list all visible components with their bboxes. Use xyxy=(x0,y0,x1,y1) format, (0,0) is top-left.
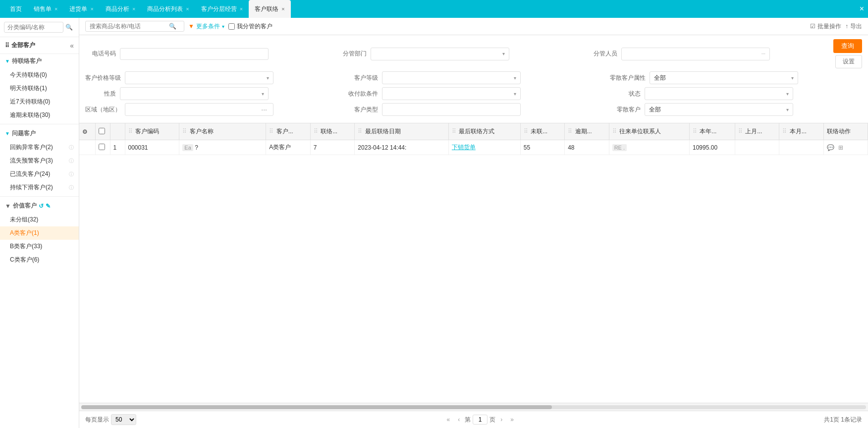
nav-tab-product-analysis-list[interactable]: 商品分析列表 × xyxy=(141,0,195,18)
dept-dropdown-icon: ▾ xyxy=(502,51,505,56)
sidebar-item-tomorrow[interactable]: 明天待联络(1) xyxy=(0,82,79,95)
sidebar-search-input[interactable] xyxy=(4,22,63,33)
sidebar-group-problem[interactable]: ▼ 问题客户 xyxy=(0,126,79,141)
close-purchase-tab[interactable]: × xyxy=(90,6,93,12)
repurchase-info-icon[interactable]: ⓘ xyxy=(69,144,74,151)
export-btn[interactable]: ↑ 导出 xyxy=(845,22,862,31)
close-sales-tab[interactable]: × xyxy=(54,6,57,12)
col-resize-this-month[interactable]: ⠿ xyxy=(782,128,787,135)
declining-info-icon[interactable]: ⓘ xyxy=(69,184,74,191)
close-product-list-tab[interactable]: × xyxy=(186,6,189,12)
col-resize-this-year[interactable]: ⠿ xyxy=(693,128,697,135)
filter-more-btn[interactable]: ▼ 更多条件 ▾ xyxy=(188,22,224,31)
col-resize-name[interactable]: ⠿ xyxy=(182,128,187,135)
sidebar-item-ungroup[interactable]: 未分组(32) xyxy=(0,213,79,226)
sidebar-item-repurchase[interactable]: 回购异常客户(2) ⓘ xyxy=(0,141,79,154)
my-customers-checkbox[interactable]: 我分管的客户 xyxy=(228,22,272,31)
scroll-track[interactable] xyxy=(81,405,866,409)
message-icon[interactable]: 💬 xyxy=(827,144,834,151)
prev-page-btn[interactable]: ‹ xyxy=(455,415,463,424)
col-resize-code[interactable]: ⠿ xyxy=(128,128,133,135)
share-icon[interactable]: ⊞ xyxy=(838,144,843,151)
filter-label: 更多条件 xyxy=(196,22,220,31)
nature-select[interactable]: ▾ xyxy=(120,87,269,100)
col-resize-last-method[interactable]: ⠿ xyxy=(452,128,456,135)
region-more-icon[interactable]: ··· xyxy=(259,106,269,113)
sidebar-search-icon[interactable]: 🔍 xyxy=(65,24,73,31)
col-settings[interactable]: ⚙ xyxy=(79,123,95,140)
page-end-label: 页 xyxy=(489,416,495,424)
type-select[interactable] xyxy=(382,103,521,116)
payment-select[interactable]: ▾ xyxy=(382,87,521,100)
sidebar-item-lost[interactable]: 已流失客户(24) ⓘ xyxy=(0,167,79,181)
table-container: ⚙ ⠿ 客户编码 ⠿ 客户名称 xyxy=(79,123,868,403)
phone-input[interactable] xyxy=(120,48,269,60)
page-size-select[interactable]: 50 100 200 xyxy=(111,414,136,425)
sidebar-search-area: 🔍 xyxy=(0,18,79,37)
a-class-label: A类客户(1) xyxy=(10,229,39,237)
retail-attr-select[interactable]: 全部 ▾ xyxy=(650,71,798,84)
search-input[interactable] xyxy=(90,23,169,30)
nav-tab-home[interactable]: 首页 xyxy=(4,0,28,18)
price-grade-select[interactable]: ▾ xyxy=(125,71,273,84)
first-page-btn[interactable]: « xyxy=(443,415,453,424)
sidebar-item-7days[interactable]: 近7天待联络(0) xyxy=(0,95,79,108)
row-checkbox[interactable] xyxy=(99,144,105,150)
col-resize-not-contact[interactable]: ⠿ xyxy=(524,128,528,135)
col-resize-overdue[interactable]: ⠿ xyxy=(568,128,572,135)
filter-cell-person: 分管人员 ··· xyxy=(587,48,827,60)
bulk-op-btn[interactable]: ☑ 批量操作 xyxy=(810,22,841,31)
nav-tab-customer-contact[interactable]: 客户联络 × xyxy=(249,0,290,18)
sidebar-item-b-class[interactable]: B类客户(33) xyxy=(0,240,79,253)
settings-button[interactable]: 设置 xyxy=(835,55,862,68)
region-select[interactable]: ··· xyxy=(125,103,273,116)
close-customer-contact-tab[interactable]: × xyxy=(281,6,284,12)
status-select[interactable]: ▾ xyxy=(645,87,793,100)
retail-select[interactable]: 全部 ▾ xyxy=(645,103,793,116)
nav-tab-customer-segment[interactable]: 客户分层经营 × xyxy=(195,0,249,18)
settings-icon[interactable]: ⚙ xyxy=(82,128,88,135)
dept-select[interactable]: ▾ xyxy=(371,48,509,60)
lost-info-icon[interactable]: ⓘ xyxy=(69,171,74,178)
sidebar-item-declining[interactable]: 持续下滑客户(2) ⓘ xyxy=(0,181,79,194)
toolbar-search-icon[interactable]: 🔍 xyxy=(169,23,176,30)
nav-tab-sales[interactable]: 销售单 × xyxy=(28,0,63,18)
next-page-btn[interactable]: › xyxy=(497,415,505,424)
col-overdue-label: 逾期... xyxy=(575,128,592,135)
row-name-tag: Ea xyxy=(182,144,193,151)
grade-select[interactable]: ▾ xyxy=(382,71,521,84)
problem-arrow-icon: ▼ xyxy=(5,131,10,136)
refresh-icon[interactable]: ↺ xyxy=(39,203,44,210)
last-method-link[interactable]: 下销货单 xyxy=(452,144,476,151)
sidebar-item-overdue[interactable]: 逾期未联络(30) xyxy=(0,108,79,122)
col-resize-unit-contact[interactable]: ⠿ xyxy=(612,128,617,135)
sidebar-collapse-button[interactable]: « xyxy=(70,42,74,50)
row-last-method-cell[interactable]: 下销货单 xyxy=(448,140,520,155)
select-all-checkbox[interactable] xyxy=(99,128,105,134)
col-resize-last-date[interactable]: ⠿ xyxy=(358,128,362,135)
sidebar-item-today[interactable]: 今天待联络(0) xyxy=(0,68,79,82)
col-resize-last-month[interactable]: ⠿ xyxy=(738,128,743,135)
my-customers-check[interactable] xyxy=(228,23,235,30)
edit-value-icon[interactable]: ✎ xyxy=(46,203,51,210)
sidebar-item-a-class[interactable]: A类客户(1) xyxy=(0,226,79,240)
close-customer-segment-tab[interactable]: × xyxy=(240,6,243,12)
sidebar-item-c-class[interactable]: C类客户(6) xyxy=(0,253,79,267)
col-resize-type[interactable]: ⠿ xyxy=(269,128,273,135)
query-button[interactable]: 查询 xyxy=(833,39,862,53)
close-product-analysis-tab[interactable]: × xyxy=(132,6,135,12)
horizontal-scrollbar[interactable] xyxy=(79,403,868,411)
nav-tab-product-analysis[interactable]: 商品分析 × xyxy=(100,0,141,18)
close-all-button[interactable]: × xyxy=(860,4,864,13)
my-customers-label: 我分管的客户 xyxy=(237,22,272,31)
lost-warning-info-icon[interactable]: ⓘ xyxy=(69,158,74,164)
col-resize-contact[interactable]: ⠿ xyxy=(314,128,318,135)
person-select[interactable]: ··· xyxy=(621,48,770,60)
page-input[interactable] xyxy=(473,415,488,425)
nav-tab-purchase[interactable]: 进货单 × xyxy=(63,0,99,18)
scroll-thumb[interactable] xyxy=(81,405,552,409)
col-code-label: 客户编码 xyxy=(135,128,159,135)
last-page-btn[interactable]: » xyxy=(507,415,517,424)
sidebar-item-lost-warning[interactable]: 流失预警客户(3) ⓘ xyxy=(0,154,79,167)
sidebar-group-pending[interactable]: ▼ 待联络客户 xyxy=(0,54,79,68)
